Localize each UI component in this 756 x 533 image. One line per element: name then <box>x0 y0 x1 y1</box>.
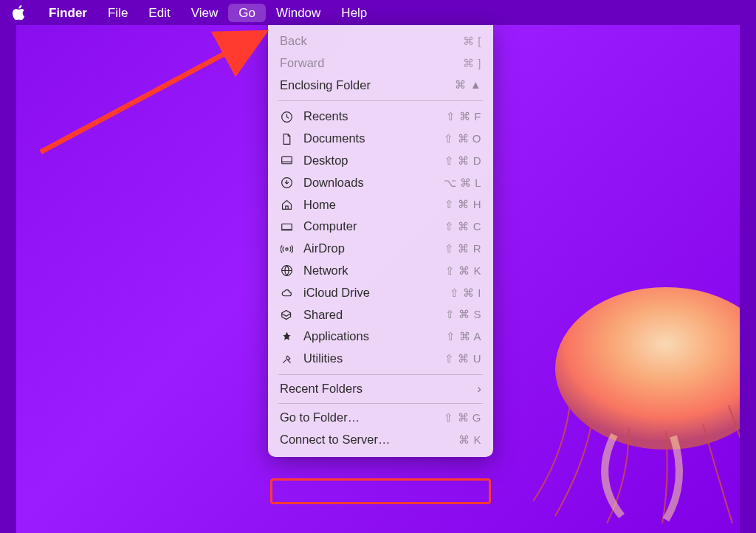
menu-item-label: Utilities <box>303 351 436 366</box>
menu-item-shortcut: ⌘ ] <box>463 57 481 70</box>
menubar-item-window[interactable]: Window <box>266 4 331 22</box>
download-icon <box>278 176 295 189</box>
menu-item-shortcut: ⇧ ⌘ R <box>444 242 481 255</box>
menubar: Finder File Edit View Go Window Help <box>0 0 756 25</box>
menu-divider <box>278 403 483 404</box>
menu-item-label: Back <box>280 34 454 49</box>
chevron-right-icon: › <box>477 382 481 396</box>
menu-item-shortcut: ⇧ ⌘ I <box>450 286 481 300</box>
menubar-item-view[interactable]: View <box>181 4 229 22</box>
menu-item-shortcut: ⇧ ⌘ F <box>446 110 481 123</box>
menu-item-label: Go to Folder… <box>280 410 435 425</box>
menu-item-shortcut: ⌘ K <box>458 433 481 447</box>
menu-item-shortcut: ⇧ ⌘ D <box>444 154 481 168</box>
utilities-icon <box>278 353 295 365</box>
network-icon <box>278 264 295 277</box>
menu-item-go-to-folder[interactable]: Go to Folder… ⇧ ⌘ G <box>268 407 493 429</box>
home-icon <box>278 199 295 211</box>
menu-item-connect-to-server[interactable]: Connect to Server… ⌘ K <box>268 429 493 451</box>
menu-item-back: Back ⌘ [ <box>268 30 493 52</box>
menu-item-home[interactable]: Home ⇧ ⌘ H <box>268 194 493 216</box>
cloud-icon <box>278 286 295 299</box>
document-icon <box>278 133 295 145</box>
menu-item-shortcut: ⌥ ⌘ L <box>444 176 481 190</box>
menubar-item-edit[interactable]: Edit <box>138 4 180 22</box>
menu-item-shortcut: ⇧ ⌘ U <box>444 352 481 365</box>
menu-item-airdrop[interactable]: AirDrop ⇧ ⌘ R <box>268 238 493 260</box>
menu-item-shortcut: ⇧ ⌘ A <box>446 330 481 343</box>
menu-item-label: Enclosing Folder <box>280 78 446 93</box>
menu-item-network[interactable]: Network ⇧ ⌘ K <box>268 260 493 282</box>
menu-item-label: Applications <box>303 329 437 344</box>
menu-item-shortcut: ⌘ [ <box>463 35 481 48</box>
menu-item-label: Recents <box>303 109 437 124</box>
menu-item-forward: Forward ⌘ ] <box>268 52 493 75</box>
menu-item-recents[interactable]: Recents ⇧ ⌘ F <box>268 106 493 128</box>
menu-item-desktop[interactable]: Desktop ⇧ ⌘ D <box>268 150 493 172</box>
menu-item-documents[interactable]: Documents ⇧ ⌘ O <box>268 128 493 150</box>
menu-item-label: iCloud Drive <box>303 286 441 300</box>
menu-item-downloads[interactable]: Downloads ⌥ ⌘ L <box>268 172 493 194</box>
menu-item-computer[interactable]: Computer ⇧ ⌘ C <box>268 216 493 238</box>
apple-menu-icon[interactable] <box>10 5 28 20</box>
menu-item-applications[interactable]: Applications ⇧ ⌘ A <box>268 326 493 348</box>
menu-item-label: Forward <box>280 56 454 71</box>
menu-divider <box>278 100 483 101</box>
menu-item-recent-folders[interactable]: Recent Folders › <box>268 378 493 400</box>
menu-item-label: Network <box>303 264 436 278</box>
menu-item-shortcut: ⇧ ⌘ S <box>445 308 481 321</box>
menu-divider <box>278 374 483 375</box>
computer-icon <box>278 221 295 233</box>
shared-icon <box>278 309 295 321</box>
menubar-app-name[interactable]: Finder <box>38 4 97 22</box>
wallpaper-jellyfish <box>518 272 740 523</box>
apps-icon <box>278 331 295 343</box>
menu-item-label: Desktop <box>303 154 436 168</box>
menu-item-label: Documents <box>303 131 435 146</box>
svg-point-5 <box>285 247 287 250</box>
go-menu-dropdown: Back ⌘ [ Forward ⌘ ] Enclosing Folder ⌘ … <box>268 25 493 457</box>
clock-icon <box>278 111 295 123</box>
menu-item-label: Computer <box>303 219 436 234</box>
svg-point-0 <box>555 287 740 450</box>
menu-item-shortcut: ⇧ ⌘ H <box>444 198 481 211</box>
menu-item-label: Shared <box>303 308 436 323</box>
menu-item-label: Home <box>303 198 436 213</box>
menubar-item-help[interactable]: Help <box>331 4 377 22</box>
menu-item-label: AirDrop <box>303 241 436 256</box>
menu-item-shortcut: ⇧ ⌘ K <box>445 264 481 278</box>
svg-rect-4 <box>281 224 292 230</box>
menu-item-shortcut: ⇧ ⌘ O <box>444 132 481 145</box>
desktop-icon <box>278 154 295 167</box>
menu-item-shared[interactable]: Shared ⇧ ⌘ S <box>268 304 493 326</box>
menu-item-enclosing-folder[interactable]: Enclosing Folder ⌘ ▲ <box>268 75 493 97</box>
menu-item-utilities[interactable]: Utilities ⇧ ⌘ U <box>268 348 493 370</box>
menu-item-label: Recent Folders <box>280 382 468 396</box>
airdrop-icon <box>278 243 295 255</box>
menu-item-shortcut: ⇧ ⌘ G <box>444 411 481 424</box>
menu-item-shortcut: ⇧ ⌘ C <box>444 220 481 233</box>
menubar-item-go[interactable]: Go <box>228 4 266 22</box>
menubar-item-file[interactable]: File <box>97 4 138 22</box>
menu-item-label: Connect to Server… <box>280 433 450 447</box>
menu-item-label: Downloads <box>303 176 435 190</box>
svg-rect-2 <box>281 157 292 164</box>
menu-item-icloud[interactable]: iCloud Drive ⇧ ⌘ I <box>268 282 493 304</box>
menu-item-shortcut: ⌘ ▲ <box>455 78 481 92</box>
